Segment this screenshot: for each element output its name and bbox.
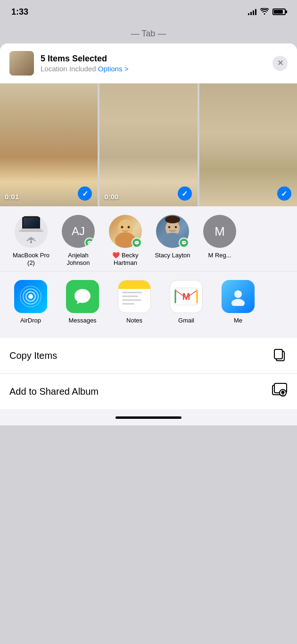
svg-point-10 [28,294,33,299]
status-icons [248,8,286,16]
home-bar [116,416,182,419]
options-link[interactable]: Options > [98,65,129,73]
app-airdrop[interactable]: AirDrop [5,278,57,326]
svg-point-4 [128,226,130,229]
location-subtitle: Location Included Options > [41,65,266,73]
photo-item-3[interactable]: ✓ [199,84,297,206]
shared-album-icon [272,382,288,401]
share-sheet: 5 Items Selected Location Included Optio… [0,43,297,425]
checkmark-icon-1: ✓ [82,189,88,198]
contact-name-anjelah: Anjelah Johnson [58,252,98,266]
wifi-icon [260,8,269,16]
header-text: 5 Items Selected Location Included Optio… [41,54,266,73]
contact-name-becky: ❤️ Becky Hartman [106,252,145,266]
me-icon [222,280,255,313]
airdrop-label: AirDrop [20,317,41,324]
contact-avatar-wrapper-becky: 💬 [109,215,142,248]
close-button[interactable]: ✕ [272,56,288,71]
message-badge-becky: 💬 [132,237,142,248]
svg-rect-19 [274,349,282,359]
add-shared-album-action[interactable]: Add to Shared Album [0,374,297,409]
contact-avatar-mreg: M [203,215,236,248]
message-badge-icon: 💬 [87,240,92,246]
app-me[interactable]: Me [212,278,264,326]
contact-name-macbook: MacBook Pro (2) [11,252,51,266]
home-indicator [0,409,297,425]
checkmark-icon-3: ✓ [281,189,287,198]
photo-strip: 0:01 ✓ 0:00 ✓ ✓ [0,84,297,206]
photo-item-1[interactable]: 0:01 ✓ [0,84,98,206]
svg-point-7 [168,226,170,228]
contacts-section: MacBook Pro (2) AJ 💬 Anjelah Johnson [0,206,297,271]
svg-point-0 [30,241,32,243]
me-label: Me [234,317,242,324]
share-header: 5 Items Selected Location Included Optio… [0,43,297,84]
actions-section: Copy Items Add to Shared Album [0,338,297,409]
contact-name-stacy: Stacy Layton [155,252,190,259]
photo-duration-2: 0:00 [104,193,118,201]
svg-point-23 [281,391,285,394]
messages-icon [66,280,99,313]
location-label: Location Included [41,65,96,73]
apps-scroll: AirDrop Messages [0,278,297,326]
contact-mreg[interactable]: M M Reg... [196,215,243,266]
status-bar: 1:33 [0,0,297,24]
contacts-scroll: MacBook Pro (2) AJ 💬 Anjelah Johnson [0,215,297,266]
contact-stacy[interactable]: 💬 Stacy Layton [149,215,196,266]
message-badge-anjelah: 💬 [84,237,95,248]
status-time: 1:33 [11,7,28,17]
selected-thumbnail [9,51,34,76]
notes-label: Notes [126,317,142,324]
app-notes[interactable]: Notes [108,278,160,326]
svg-point-8 [175,226,177,228]
items-selected-title: 5 Items Selected [41,54,266,64]
contact-anjelah[interactable]: AJ 💬 Anjelah Johnson [55,215,102,266]
notes-icon [118,280,151,313]
contact-becky[interactable]: 💬 ❤️ Becky Hartman [102,215,149,266]
macbook-icon [19,216,43,246]
photo-check-2[interactable]: ✓ [178,186,192,201]
add-shared-album-label: Add to Shared Album [9,386,99,397]
photo-check-3[interactable]: ✓ [277,186,291,201]
svg-point-3 [121,226,124,229]
photo-duration-1: 0:01 [5,193,19,201]
background-content: — Tab — [0,24,297,43]
svg-point-17 [231,299,245,306]
contact-initials-anjelah: AJ [72,225,85,238]
gmail-icon: M [170,280,203,313]
checkmark-icon-2: ✓ [182,189,188,198]
message-badge-stacy: 💬 [179,237,189,248]
contact-initials-mreg: M [214,224,225,239]
gmail-label: Gmail [178,317,194,324]
svg-point-9 [165,216,180,223]
contact-avatar-macbook [15,215,48,248]
copy-items-label: Copy Items [9,350,57,361]
contact-name-mreg: M Reg... [208,252,231,259]
close-icon: ✕ [277,59,283,67]
svg-text:M: M [182,291,190,302]
message-badge-icon-becky: 💬 [134,240,140,246]
app-messages[interactable]: Messages [57,278,108,326]
copy-items-action[interactable]: Copy Items [0,338,297,374]
copy-icon [272,347,288,365]
message-badge-icon-stacy: 💬 [181,240,187,246]
contact-avatar-wrapper-stacy: 💬 [156,215,189,248]
airdrop-icon [14,280,47,313]
photo-item-2[interactable]: 0:00 ✓ [99,84,197,206]
svg-point-16 [234,290,242,298]
messages-label: Messages [68,317,96,324]
contact-avatar-anjelah: AJ 💬 [62,215,95,248]
app-gmail[interactable]: M Gmail [160,278,212,326]
contact-macbook[interactable]: MacBook Pro (2) [8,215,55,266]
signal-icon [248,8,256,15]
battery-icon [272,8,286,15]
apps-section: AirDrop Messages [0,271,297,333]
